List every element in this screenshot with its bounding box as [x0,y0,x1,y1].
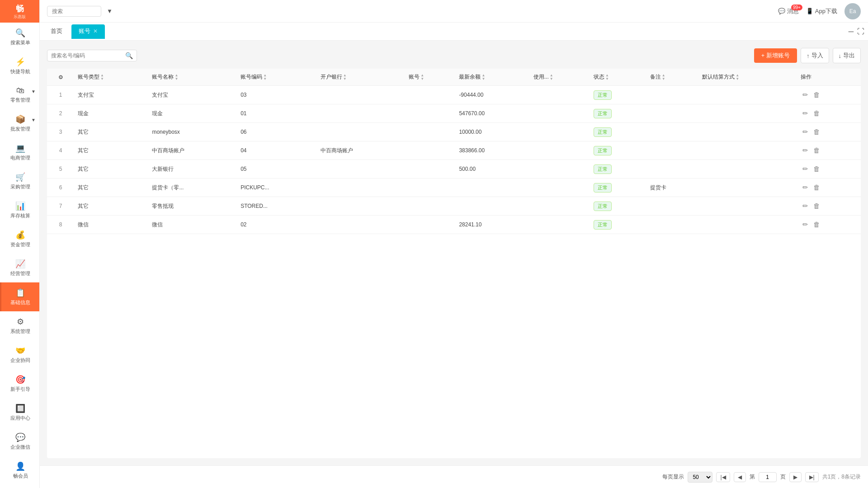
delete-button-1[interactable]: 🗑 [811,108,822,118]
cell-settlement-0 [698,86,797,104]
table-body: 1 支付宝 支付宝 03 -90444.00 正常 ✏ 🗑 2 现金 现金 01 [47,86,861,234]
edit-button-6[interactable]: ✏ [801,201,810,211]
page-last-button[interactable]: ▶| [805,472,819,482]
tab-close-icon[interactable]: ✕ [93,28,98,34]
user-avatar[interactable]: Ea [844,3,861,19]
per-page-select[interactable]: 50 100 200 [688,472,712,483]
delete-button-0[interactable]: 🗑 [811,90,822,99]
search-icon[interactable]: 🔍 [125,52,133,59]
cell-type-6: 其它 [74,197,148,216]
cell-usage-4 [530,160,590,178]
app-download-button[interactable]: 📱 App下载 [806,7,837,15]
import-label: 导入 [811,52,823,60]
th-status[interactable]: 状态 ▲▼ [590,69,646,86]
th-code[interactable]: 账号编码 ▲▼ [237,69,317,86]
sidebar-icon-10: ⚙ [17,317,24,327]
export-button[interactable]: ↓ 导出 [833,48,861,63]
th-usage[interactable]: 使用... ▲▼ [530,69,590,86]
cell-actions-5: ✏ 🗑 [797,178,861,197]
sidebar-item-7[interactable]: 💰 资金管理 [0,225,39,253]
sidebar-item-2[interactable]: 🛍 ▼ 零售管理 [0,80,39,109]
th-remark[interactable]: 备注 ▲▼ [646,69,699,86]
sidebar-item-11[interactable]: 🤝 企业协同 [0,340,39,369]
page-prev-button[interactable]: ◀ [734,472,746,482]
header-left: ▼ [47,6,113,17]
sidebar-item-8[interactable]: 📈 经营管理 [0,253,39,282]
sidebar-item-10[interactable]: ⚙ 系统管理 [0,311,39,340]
sidebar-item-5[interactable]: 🛒 采购管理 [0,167,39,196]
table-row: 3 其它 moneybosx 06 10000.00 正常 ✏ 🗑 [47,123,861,141]
cell-account-7 [405,216,455,234]
delete-button-4[interactable]: 🗑 [811,164,822,174]
sort-arrows-status: ▲▼ [605,74,609,81]
page-next-button[interactable]: ▶ [789,472,802,482]
sidebar-item-0[interactable]: 🔍 搜索菜单 [0,23,39,52]
cell-bank-1 [317,104,406,123]
download-icon: 📱 [806,8,813,14]
sidebar-item-3[interactable]: 📦 ▼ 批发管理 [0,109,39,138]
cell-type-2: 其它 [74,123,148,141]
edit-button-4[interactable]: ✏ [801,164,810,174]
cell-balance-5 [455,178,529,197]
th-name[interactable]: 账号名称 ▲▼ [148,69,237,86]
delete-button-5[interactable]: 🗑 [811,183,822,192]
tab-accounts[interactable]: 账号 ✕ [71,24,105,39]
search-input[interactable] [51,52,123,59]
cell-name-7: 微信 [148,216,237,234]
edit-button-0[interactable]: ✏ [801,90,810,100]
th-bank[interactable]: 开户银行 ▲▼ [317,69,406,86]
header-search-input[interactable] [47,6,101,17]
status-badge-2: 正常 [594,127,612,137]
cell-num-2: 3 [47,123,74,141]
th-settings[interactable]: ⚙ [47,69,74,86]
sidebar-label-7: 资金管理 [10,241,30,248]
message-button[interactable]: 💬 消息 99+ [778,7,799,15]
cell-balance-6 [455,197,529,216]
table-row: 2 现金 现金 01 547670.00 正常 ✏ 🗑 [47,104,861,123]
sidebar-item-12[interactable]: 🎯 新手引导 [0,369,39,398]
page-number-input[interactable] [759,472,777,482]
sidebar-item-1[interactable]: ⚡ 快捷导航 [0,52,39,80]
sidebar-item-13[interactable]: 🔲 应用中心 [0,398,39,427]
import-button[interactable]: ↑ 导入 [801,48,829,63]
tab-bar: 首页 账号 ✕ ─ ⛶ [40,23,868,41]
sidebar: 畅 乐惠版 🔍 搜索菜单 ⚡ 快捷导航 🛍 ▼ 零售管理 📦 [0,0,40,488]
cell-balance-0: -90444.00 [455,86,529,104]
sidebar-item-14[interactable]: 💬 企业微信 [0,427,39,456]
cell-code-5: PICKUPC... [237,178,317,197]
delete-button-6[interactable]: 🗑 [811,201,822,211]
sidebar-item-9[interactable]: 📋 基础信息 [0,282,39,311]
delete-button-2[interactable]: 🗑 [811,127,822,136]
cell-account-1 [405,104,455,123]
sidebar-item-15[interactable]: 👤 畅会员 [0,456,39,485]
delete-button-7[interactable]: 🗑 [811,220,822,229]
delete-button-3[interactable]: 🗑 [811,145,822,155]
tab-home[interactable]: 首页 [43,24,70,39]
th-settlement[interactable]: 默认结算方式 ▲▼ [698,69,797,86]
edit-button-7[interactable]: ✏ [801,220,810,230]
cell-name-5: 提货卡（零... [148,178,237,197]
edit-button-5[interactable]: ✏ [801,183,810,192]
tab-minimize-icon[interactable]: ─ [849,28,854,36]
cell-usage-1 [530,104,590,123]
page-first-button[interactable]: |◀ [716,472,730,482]
th-type[interactable]: 账号类型 ▲▼ [74,69,148,86]
settings-icon[interactable]: ⚙ [58,74,63,80]
tab-maximize-icon[interactable]: ⛶ [857,28,864,36]
tab-home-label: 首页 [51,27,62,35]
edit-button-1[interactable]: ✏ [801,108,810,118]
cell-num-0: 1 [47,86,74,104]
th-balance[interactable]: 最新余额 ▲▼ [455,69,529,86]
cell-code-3: 04 [237,141,317,160]
cell-status-4: 正常 [590,160,646,178]
import-icon: ↑ [807,52,810,59]
header-dropdown[interactable]: ▼ [107,8,113,14]
sidebar-item-6[interactable]: 📊 库存核算 [0,196,39,225]
sidebar-icon-9: 📋 [15,288,25,298]
edit-button-2[interactable]: ✏ [801,127,810,137]
add-account-button[interactable]: + 新增账号 [754,48,797,63]
th-account[interactable]: 账号 ▲▼ [405,69,455,86]
export-icon: ↓ [839,52,842,59]
sidebar-item-4[interactable]: 💻 电商管理 [0,138,39,167]
edit-button-3[interactable]: ✏ [801,145,810,155]
